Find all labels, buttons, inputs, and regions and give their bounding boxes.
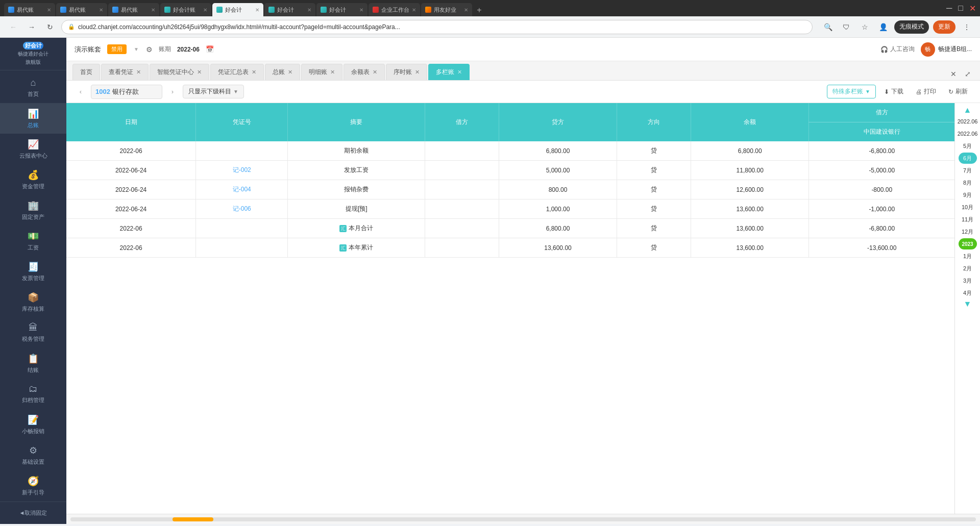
sidebar-item-payroll[interactable]: 💵 工资 bbox=[0, 226, 66, 256]
tab-close-7[interactable]: ✕ bbox=[359, 7, 363, 13]
sidebar-item-expense[interactable]: 📝 小畅报销 bbox=[0, 409, 66, 440]
back-button[interactable]: ← bbox=[6, 20, 20, 34]
chevron-down-icon[interactable]: ▼ bbox=[134, 46, 139, 52]
sub-filter-selector[interactable]: 只显示下级科目 ▼ bbox=[183, 85, 244, 98]
tab-voucher-summary[interactable]: 凭证汇总表 ✕ bbox=[210, 64, 264, 80]
sidebar-item-ledger[interactable]: 📊 总账 bbox=[0, 103, 66, 134]
timeline-month-10[interactable]: 10月 bbox=[959, 202, 977, 213]
browser-tab-1[interactable]: 易代账 ✕ bbox=[4, 3, 55, 16]
account-selector[interactable]: 1002 银行存款 bbox=[91, 85, 162, 99]
tab-close-3[interactable]: ✕ bbox=[151, 7, 155, 13]
tab-close-4[interactable]: ✕ bbox=[203, 7, 207, 13]
tab-balance[interactable]: 余额表 ✕ bbox=[344, 64, 385, 80]
wuhen-mode-button[interactable]: 无痕模式 bbox=[894, 20, 929, 34]
tab-close-voucher-view[interactable]: ✕ bbox=[136, 69, 141, 76]
cancel-pin-button[interactable]: ◄取消固定 bbox=[4, 506, 62, 520]
download-button[interactable]: ⬇ 下载 bbox=[880, 85, 908, 98]
shield-icon[interactable]: 🛡 bbox=[839, 20, 853, 34]
scrollbar-thumb[interactable] bbox=[173, 517, 213, 521]
timeline-date-2[interactable]: 2022.06 bbox=[959, 128, 977, 139]
sidebar-item-reports[interactable]: 📈 云报表中心 bbox=[0, 134, 66, 164]
search-icon[interactable]: 🔍 bbox=[821, 20, 835, 34]
update-button[interactable]: 更新 bbox=[933, 20, 955, 34]
timeline-month-8[interactable]: 8月 bbox=[959, 177, 977, 188]
browser-tab-8[interactable]: 企业工作台 ✕ bbox=[369, 3, 420, 16]
tab-close-5[interactable]: ✕ bbox=[255, 7, 259, 13]
sidebar-item-tax[interactable]: 🏛 税务管理 bbox=[0, 317, 66, 348]
browser-tab-9[interactable]: 用友好业 ✕ bbox=[421, 3, 472, 16]
tab-collapse-icon[interactable]: ✕ bbox=[947, 68, 960, 80]
tab-close-6[interactable]: ✕ bbox=[307, 7, 311, 13]
tab-expand-icon[interactable]: ⤢ bbox=[962, 68, 974, 80]
tab-detail-ledger[interactable]: 明细账 ✕ bbox=[301, 64, 342, 80]
tab-close-1[interactable]: ✕ bbox=[47, 7, 51, 13]
forward-button[interactable]: → bbox=[24, 20, 39, 34]
sidebar-item-assets[interactable]: 🏢 固定资产 bbox=[0, 195, 66, 226]
sidebar-item-home[interactable]: ⌂ 首页 bbox=[0, 72, 66, 103]
star-icon[interactable]: ☆ bbox=[857, 20, 872, 34]
voucher-link[interactable]: 记-002 bbox=[233, 166, 251, 173]
settings-gear-icon[interactable]: ⚙ bbox=[146, 45, 153, 54]
service-button[interactable]: 🎧 人工咨询 bbox=[880, 45, 915, 54]
timeline-year-2023[interactable]: 2023 bbox=[959, 238, 977, 249]
tab-home[interactable]: 首页 bbox=[72, 64, 100, 80]
timeline-down-arrow[interactable]: ▼ bbox=[963, 299, 973, 309]
browser-tab-7[interactable]: 好会计 ✕ bbox=[316, 3, 368, 16]
tab-close-9[interactable]: ✕ bbox=[464, 7, 468, 13]
tab-close-2[interactable]: ✕ bbox=[99, 7, 103, 13]
voucher-link[interactable]: 记-006 bbox=[233, 205, 251, 212]
tab-sequence[interactable]: 序时账 ✕ bbox=[386, 64, 427, 80]
tab-close-smart-voucher[interactable]: ✕ bbox=[197, 69, 202, 76]
browser-tab-2[interactable]: 易代账 ✕ bbox=[56, 3, 107, 16]
horizontal-scrollbar[interactable] bbox=[70, 517, 976, 521]
next-account-button[interactable]: › bbox=[166, 86, 179, 98]
sidebar-item-invoice[interactable]: 🧾 发票管理 bbox=[0, 256, 66, 287]
refresh-button[interactable]: ↻ bbox=[43, 20, 57, 34]
timeline-month-3[interactable]: 3月 bbox=[959, 275, 977, 286]
tab-general-ledger[interactable]: 总账 ✕ bbox=[265, 64, 300, 80]
calendar-icon[interactable]: 📅 bbox=[206, 45, 214, 53]
voucher-link[interactable]: 记-004 bbox=[233, 186, 251, 193]
timeline-month-5[interactable]: 5月 bbox=[959, 140, 977, 152]
timeline-month-7[interactable]: 7月 bbox=[959, 165, 977, 176]
tab-close-voucher-summary[interactable]: ✕ bbox=[252, 69, 256, 76]
timeline-month-9[interactable]: 9月 bbox=[959, 189, 977, 201]
tab-close-balance[interactable]: ✕ bbox=[373, 69, 377, 76]
sidebar-item-archive[interactable]: 🗂 归档管理 bbox=[0, 379, 66, 409]
address-box[interactable]: 🔒 cloud2.chanjet.com/accounting/uh26t264… bbox=[61, 20, 813, 34]
tab-voucher-view[interactable]: 查看凭证 ✕ bbox=[101, 64, 149, 80]
tab-close-sequence[interactable]: ✕ bbox=[415, 69, 420, 76]
more-menu-icon[interactable]: ⋮ bbox=[960, 20, 974, 34]
browser-tab-5[interactable]: 好会计 ✕ bbox=[212, 3, 263, 16]
sidebar-item-guide[interactable]: 🧭 新手引导 bbox=[0, 470, 66, 501]
multi-col-button[interactable]: 特殊多栏账 ▼ bbox=[827, 85, 876, 98]
user-avatar-area[interactable]: 畅 畅捷通B组... bbox=[921, 42, 972, 57]
tab-close-8[interactable]: ✕ bbox=[412, 7, 416, 13]
timeline-month-2[interactable]: 2月 bbox=[959, 263, 977, 274]
tab-close-multi-col[interactable]: ✕ bbox=[457, 69, 462, 76]
refresh-button[interactable]: ↻ 刷新 bbox=[944, 85, 972, 98]
browser-tab-6[interactable]: 好会计 ✕ bbox=[264, 3, 315, 16]
tab-multi-col[interactable]: 多栏账 ✕ bbox=[428, 64, 470, 80]
maximize-button[interactable]: □ bbox=[958, 4, 963, 13]
sidebar-item-close[interactable]: 📋 结账 bbox=[0, 348, 66, 379]
timeline-up-arrow[interactable]: ▲ bbox=[963, 105, 973, 115]
timeline-month-11[interactable]: 11月 bbox=[959, 214, 977, 225]
timeline-month-6[interactable]: 6月 bbox=[959, 153, 977, 164]
close-button[interactable]: ✕ bbox=[969, 4, 976, 13]
sidebar-item-inventory[interactable]: 📦 库存核算 bbox=[0, 287, 66, 317]
tab-smart-voucher[interactable]: 智能凭证中心 ✕ bbox=[150, 64, 209, 80]
print-button[interactable]: 🖨 打印 bbox=[912, 85, 940, 98]
timeline-date-1[interactable]: 2022.06 bbox=[959, 116, 977, 127]
new-tab-button[interactable]: + bbox=[473, 4, 485, 16]
timeline-month-4[interactable]: 4月 bbox=[959, 287, 977, 298]
browser-tab-4[interactable]: 好会计账 ✕ bbox=[160, 3, 211, 16]
tab-close-general-ledger[interactable]: ✕ bbox=[288, 69, 292, 76]
demo-badge[interactable]: 禁用 bbox=[107, 44, 127, 54]
sidebar-item-settings[interactable]: ⚙ 基础设置 bbox=[0, 440, 66, 470]
timeline-month-1[interactable]: 1月 bbox=[959, 251, 977, 262]
timeline-month-12[interactable]: 12月 bbox=[959, 226, 977, 237]
prev-account-button[interactable]: ‹ bbox=[75, 86, 87, 98]
profile-icon[interactable]: 👤 bbox=[876, 20, 890, 34]
minimize-button[interactable]: ─ bbox=[946, 4, 952, 13]
